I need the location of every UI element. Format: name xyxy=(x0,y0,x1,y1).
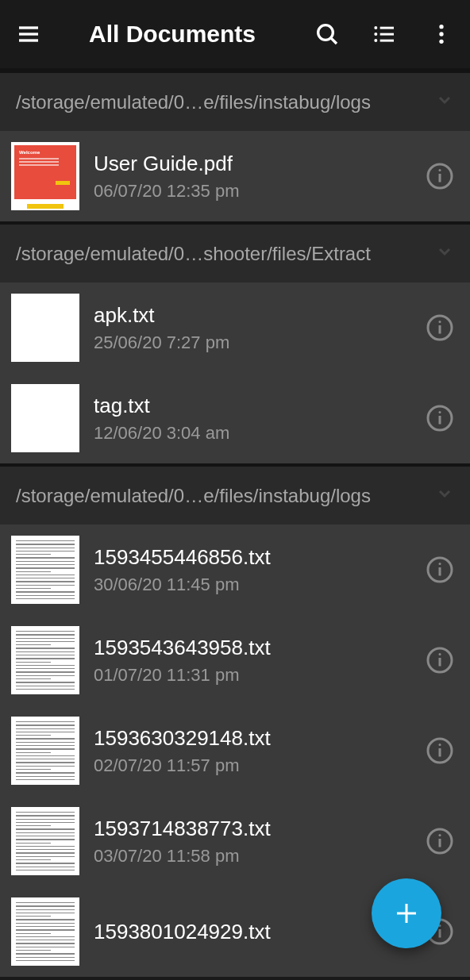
file-thumbnail xyxy=(11,897,79,966)
file-list: WelcomeUser Guide.pdf06/07/20 12:35 pm xyxy=(0,131,470,221)
svg-point-28 xyxy=(439,653,441,655)
search-icon xyxy=(314,21,340,47)
file-date: 03/07/20 11:58 pm xyxy=(94,846,411,867)
file-item[interactable]: tag.txt12/06/20 3:04 am xyxy=(0,373,470,463)
chevron-down-icon xyxy=(435,484,454,503)
file-date: 25/06/20 7:27 pm xyxy=(94,332,411,353)
file-info-button[interactable] xyxy=(426,827,454,855)
file-item[interactable]: apk.txt25/06/20 7:27 pm xyxy=(0,282,470,373)
file-info: User Guide.pdf06/07/20 12:35 pm xyxy=(94,152,411,202)
file-name: apk.txt xyxy=(94,303,411,328)
file-info: 1593630329148.txt02/07/20 11:57 pm xyxy=(94,726,411,776)
plus-icon xyxy=(392,899,421,928)
file-info-button[interactable] xyxy=(426,736,454,765)
file-info: 1593543643958.txt01/07/20 11:31 pm xyxy=(94,636,411,686)
file-info-button[interactable] xyxy=(426,404,454,432)
file-date: 02/07/20 11:57 pm xyxy=(94,755,411,776)
file-thumbnail: Welcome xyxy=(11,142,79,210)
file-thumbnail xyxy=(11,384,79,452)
chevron-down-icon xyxy=(435,242,454,261)
file-item[interactable]: 1593543643958.txt01/07/20 11:31 pm xyxy=(0,615,470,705)
svg-line-4 xyxy=(331,38,337,44)
svg-rect-6 xyxy=(380,27,394,29)
file-info: apk.txt25/06/20 7:27 pm xyxy=(94,303,411,353)
file-name: 1593543643958.txt xyxy=(94,636,411,660)
svg-point-31 xyxy=(439,744,441,746)
file-info-button[interactable] xyxy=(426,555,454,584)
section-path: /storage/emulated/0…e/files/instabug/log… xyxy=(16,91,371,113)
svg-point-9 xyxy=(374,39,377,42)
file-name: User Guide.pdf xyxy=(94,152,411,176)
file-info: 1593455446856.txt30/06/20 11:45 pm xyxy=(94,545,411,595)
content-area: /storage/emulated/0…e/files/instabug/log… xyxy=(0,68,470,977)
file-name: 1593714838773.txt xyxy=(94,817,411,841)
file-info-button[interactable] xyxy=(426,646,454,674)
file-name: 1593630329148.txt xyxy=(94,726,411,751)
section-header[interactable]: /storage/emulated/0…shooter/files/Extrac… xyxy=(0,221,470,282)
file-name: tag.txt xyxy=(94,394,411,418)
file-item[interactable]: WelcomeUser Guide.pdf06/07/20 12:35 pm xyxy=(0,131,470,221)
section-header[interactable]: /storage/emulated/0…e/files/instabug/log… xyxy=(0,463,470,525)
section-header[interactable]: /storage/emulated/0…e/files/instabug/log… xyxy=(0,68,470,131)
file-date: 06/07/20 12:35 pm xyxy=(94,181,411,202)
svg-point-34 xyxy=(439,834,441,836)
page-title: All Documents xyxy=(89,21,314,48)
file-thumbnail xyxy=(11,807,79,875)
file-thumbnail xyxy=(11,717,79,785)
section-path: /storage/emulated/0…e/files/instabug/log… xyxy=(16,485,371,507)
file-date: 30/06/20 11:45 pm xyxy=(94,575,411,595)
app-header: All Documents xyxy=(0,0,470,68)
info-icon xyxy=(426,555,454,584)
info-icon xyxy=(426,736,454,765)
info-icon xyxy=(426,404,454,432)
file-name: 1593801024929.txt xyxy=(94,920,411,944)
svg-point-22 xyxy=(439,411,441,413)
svg-point-16 xyxy=(439,169,441,171)
file-list: apk.txt25/06/20 7:27 pmtag.txt12/06/20 3… xyxy=(0,282,470,463)
file-info: 1593714838773.txt03/07/20 11:58 pm xyxy=(94,817,411,867)
svg-rect-8 xyxy=(380,33,394,36)
more-vert-icon xyxy=(429,21,454,47)
file-info-button[interactable] xyxy=(426,313,454,342)
svg-point-3 xyxy=(318,25,333,40)
file-name: 1593455446856.txt xyxy=(94,545,411,570)
svg-point-25 xyxy=(439,563,441,565)
svg-point-5 xyxy=(374,26,377,29)
file-info-button[interactable] xyxy=(426,162,454,190)
info-icon xyxy=(426,313,454,342)
file-item[interactable]: 1593630329148.txt02/07/20 11:57 pm xyxy=(0,705,470,796)
info-icon xyxy=(426,827,454,855)
svg-point-13 xyxy=(439,40,443,44)
file-thumbnail xyxy=(11,536,79,604)
svg-point-7 xyxy=(374,33,377,36)
file-thumbnail xyxy=(11,294,79,362)
file-item[interactable]: 1593714838773.txt03/07/20 11:58 pm xyxy=(0,796,470,886)
search-button[interactable] xyxy=(314,21,340,47)
file-item[interactable]: 1593455446856.txt30/06/20 11:45 pm xyxy=(0,525,470,615)
file-info: tag.txt12/06/20 3:04 am xyxy=(94,394,411,444)
list-view-icon xyxy=(372,21,397,47)
file-thumbnail xyxy=(11,626,79,694)
svg-rect-10 xyxy=(380,40,394,42)
hamburger-icon xyxy=(16,21,41,47)
chevron-down-icon xyxy=(435,90,454,110)
section-path: /storage/emulated/0…shooter/files/Extrac… xyxy=(16,243,371,265)
file-date: 01/07/20 11:31 pm xyxy=(94,665,411,686)
menu-button[interactable] xyxy=(16,21,41,47)
view-toggle-button[interactable] xyxy=(372,21,397,47)
overflow-menu-button[interactable] xyxy=(429,21,454,47)
svg-point-12 xyxy=(439,32,443,36)
svg-point-11 xyxy=(439,25,443,29)
svg-point-19 xyxy=(439,321,441,323)
file-info: 1593801024929.txt xyxy=(94,920,411,944)
info-icon xyxy=(426,162,454,190)
info-icon xyxy=(426,646,454,674)
add-button[interactable] xyxy=(372,878,441,948)
file-date: 12/06/20 3:04 am xyxy=(94,423,411,444)
